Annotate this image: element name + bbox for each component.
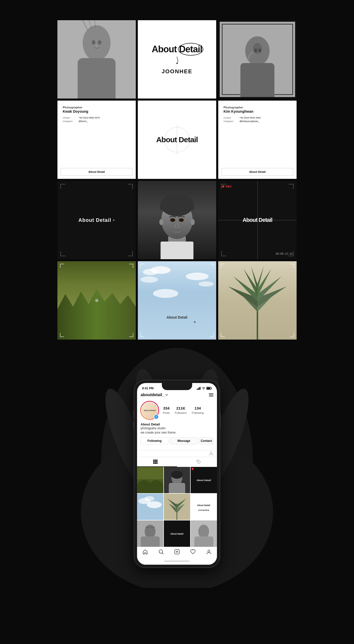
photographer-role-2: Photographer (224, 106, 291, 109)
svg-point-15 (254, 49, 257, 52)
svg-rect-13 (240, 63, 275, 97)
post-portrait-bw-1[interactable] (57, 20, 136, 99)
volume-down-button[interactable] (133, 422, 134, 429)
instagram-2: @kimkyounghwan_ (239, 120, 259, 123)
subtitle-name: JOONHEE (152, 68, 202, 75)
card-border-box-1: About Detail (61, 168, 132, 176)
svg-rect-63 (141, 536, 160, 547)
svg-text:About Detail: About Detail (170, 533, 183, 535)
instagram-1: @ke2ro_ (79, 120, 88, 123)
post-portrait-dark-male[interactable] (138, 181, 216, 259)
likes-nav-icon[interactable] (190, 549, 196, 556)
thumb-rec[interactable]: About Detail (191, 467, 217, 493)
nature-corner-br-p (290, 333, 294, 337)
svg-point-42 (198, 461, 198, 462)
power-button[interactable] (220, 413, 221, 428)
rec-text: REC (226, 185, 232, 188)
svg-point-16 (258, 49, 261, 52)
message-button[interactable]: Message (170, 437, 198, 444)
ig-bio-desc2: we create your own frame. (141, 431, 213, 435)
rec-indicator: REC (222, 185, 232, 188)
svg-rect-35 (198, 388, 198, 390)
nature-crosshair-f: ⊕ (95, 298, 99, 303)
ig-tab-grid[interactable] (137, 457, 177, 467)
volume-up-button[interactable] (133, 410, 134, 418)
photographer-card-1[interactable]: Photographer Kwak Doyoung contact +82 (0… (57, 101, 136, 179)
svg-text:About Detail: About Detail (145, 526, 155, 528)
svg-point-25 (191, 219, 195, 225)
phone-mockup: 9:41 PM (134, 380, 220, 568)
thumb-about-dark[interactable]: About Detail (164, 520, 190, 547)
following-button[interactable]: Following (141, 437, 168, 444)
post-portrait-framed[interactable] (218, 20, 297, 99)
svg-point-68 (198, 524, 209, 538)
phone-home-bar (137, 558, 217, 565)
about-detail-crosshair[interactable]: About Detail (138, 101, 216, 179)
svg-point-48 (171, 471, 183, 479)
dark-corners-cell[interactable]: About Detail + (57, 181, 136, 259)
ig-profile-section: About Detail + 334 Posts 211K (137, 399, 217, 450)
ig-stat-posts: 334 Posts (163, 406, 170, 415)
svg-point-55 (144, 496, 154, 501)
nature-plus-icon-f: ⊕ (95, 298, 99, 303)
phone-bottom-nav (137, 547, 217, 558)
svg-point-7 (98, 40, 101, 45)
nature-corner-tr-s (210, 264, 214, 268)
menu-icon[interactable] (209, 393, 213, 396)
profile-nav-icon[interactable] (206, 549, 212, 556)
ig-bio-desc1: photogpahy studio (141, 426, 213, 431)
instagram-header: aboutdetail_ (137, 391, 217, 399)
dark-plus-icon: + (113, 218, 115, 222)
ig-tab-tag[interactable] (177, 457, 217, 467)
corner-tl (60, 184, 65, 189)
cloud-5 (198, 281, 214, 287)
card-label-1: About Detail (63, 170, 130, 173)
cloud-2 (150, 266, 171, 274)
photographer-card-2[interactable]: Photographer Kim Kyounghwan contact +82 … (218, 101, 297, 179)
svg-rect-39 (207, 388, 210, 389)
nature-corner-tl-f (60, 264, 64, 268)
search-nav-icon[interactable] (158, 549, 164, 556)
wifi-icon (202, 387, 205, 390)
about-detail-sky-label: About Detail (167, 315, 187, 319)
svg-point-22 (170, 218, 175, 222)
thumb-portrait-about[interactable]: About Detail (137, 520, 163, 547)
rec-dark-cell[interactable]: REC About Detail 00:08:23:14 (218, 181, 297, 259)
nature-corner-tl-p (221, 264, 225, 268)
ig-add-button[interactable]: + (154, 414, 159, 419)
photographer-info-2: contact +82 (0)10 9026 2840 instagram @k… (224, 116, 291, 123)
tag-icon (196, 460, 201, 464)
followers-label: Followers (175, 411, 187, 414)
rec-corner-tr (289, 184, 294, 189)
thumb-plant[interactable] (164, 494, 190, 520)
nature-corner-tl-s (140, 264, 144, 268)
cloud-3 (140, 276, 158, 283)
dropdown-arrow-icon[interactable] (165, 394, 168, 396)
ig-avatar[interactable]: About Detail + (141, 401, 159, 419)
ig-bio-name: About Detail (141, 422, 213, 426)
contact-2: +82 (0)10 9026 2840 (239, 116, 261, 119)
thumb-sky[interactable] (137, 494, 163, 520)
cloud-6 (153, 289, 178, 298)
svg-text:About Detail: About Detail (196, 479, 211, 482)
post-about-detail-white[interactable]: About Detail JOONHEE (138, 20, 216, 99)
svg-point-14 (253, 43, 262, 54)
home-nav-icon[interactable] (142, 549, 148, 556)
phone-screen: 9:41 PM (137, 383, 217, 565)
thumb-portrait-woman[interactable] (191, 520, 217, 547)
svg-rect-69 (194, 536, 213, 547)
svg-point-41 (210, 452, 212, 454)
thumb-portrait-dark[interactable] (164, 467, 190, 493)
svg-text:JOONHEE: JOONHEE (198, 509, 209, 511)
add-post-nav-icon[interactable] (174, 549, 180, 556)
photographer-role-1: Photographer (63, 106, 130, 109)
rec-corner-bl (221, 251, 226, 256)
bottom-section: 9:41 PM (0, 355, 354, 588)
ig-posts-grid: About Detail (137, 467, 217, 547)
contact-button[interactable]: Contact (199, 437, 213, 444)
thumb-about-white[interactable]: About Detail JOONHEE (191, 494, 217, 520)
svg-rect-36 (199, 387, 200, 390)
thumb-forest[interactable] (137, 467, 163, 493)
battery-icon (206, 387, 212, 390)
arrow-icon (172, 57, 182, 64)
